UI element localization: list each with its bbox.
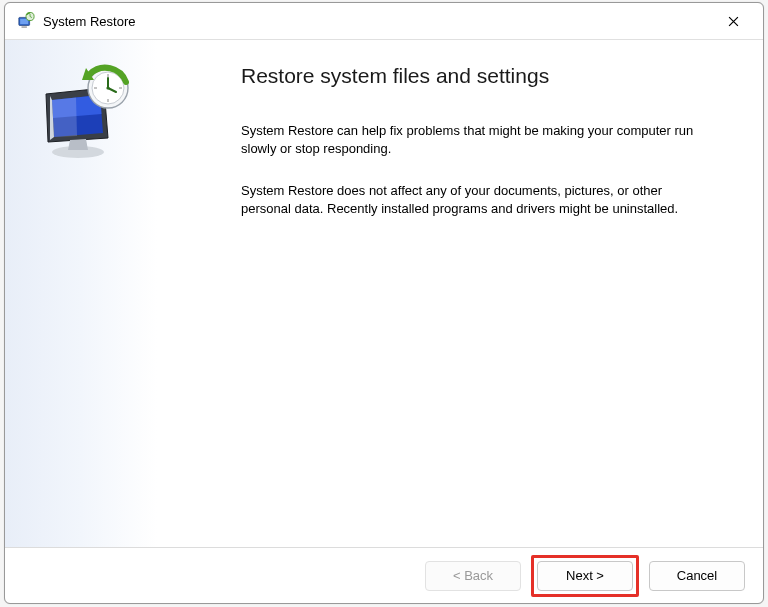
intro-paragraph-1: System Restore can help fix problems tha… — [241, 122, 711, 158]
cancel-button[interactable]: Cancel — [649, 561, 745, 591]
next-button-highlight: Next > — [531, 555, 639, 597]
window-title: System Restore — [43, 14, 711, 29]
svg-rect-2 — [22, 26, 27, 27]
back-button: < Back — [425, 561, 521, 591]
next-button[interactable]: Next > — [537, 561, 633, 591]
wizard-content: Restore system files and settings System… — [157, 40, 763, 547]
wizard-sidebar — [5, 40, 157, 547]
svg-point-13 — [106, 86, 109, 89]
wizard-footer: < Back Next > Cancel — [5, 547, 763, 603]
system-restore-icon — [17, 12, 35, 30]
intro-paragraph-2: System Restore does not affect any of yo… — [241, 182, 711, 218]
page-heading: Restore system files and settings — [241, 64, 711, 88]
restore-monitor-icon — [26, 60, 136, 160]
system-restore-window: System Restore — [4, 2, 764, 604]
close-button[interactable] — [711, 6, 755, 36]
close-icon — [728, 16, 739, 27]
wizard-body: Restore system files and settings System… — [5, 39, 763, 547]
titlebar: System Restore — [5, 3, 763, 39]
